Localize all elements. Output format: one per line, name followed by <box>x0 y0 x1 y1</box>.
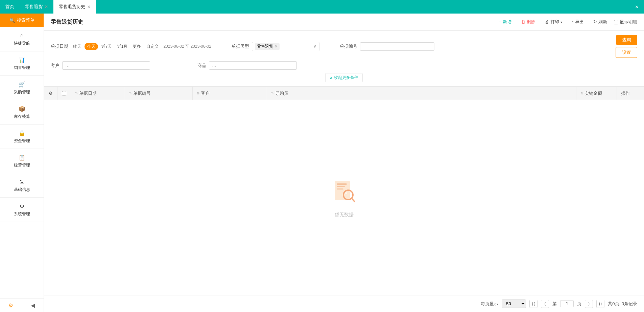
filter-goods: 商品 <box>197 61 297 70</box>
filter-collapse-row: ∧ 收起更多条件 <box>51 73 637 82</box>
page-first-btn[interactable]: ⟨⟨ <box>529 300 538 308</box>
th-date: ⇅ 单据日期 <box>71 87 125 100</box>
svg-rect-2 <box>337 186 345 187</box>
filter-row-2: 客户 商品 <box>51 61 637 70</box>
date-btn-today[interactable]: 今天 <box>85 43 98 50</box>
voucher-no-input[interactable] <box>360 42 434 51</box>
date-range-display: 2023-06-02 至 2023-06-02 <box>163 44 211 49</box>
sidebar-item-system[interactable]: ⚙ 系统管理 <box>0 198 44 222</box>
filter-area: 单据日期 昨天 今天 近7天 近1月 更多 自定义 2023-06-02 至 2… <box>44 31 644 87</box>
filter-actions: 查询 设置 <box>616 35 637 58</box>
sidebar-item-sales-mgmt[interactable]: 📊 销售管理 <box>0 51 44 76</box>
sidebar-item-operations[interactable]: 📋 经营管理 <box>0 149 44 173</box>
total-info: 共0页, 0条记录 <box>608 301 637 307</box>
voucher-type-tag: 零售退货 ✕ <box>255 43 280 50</box>
sort-guide-icon[interactable]: ⇅ <box>271 91 274 95</box>
gear-settings-icon[interactable]: ⚙ <box>49 91 53 96</box>
setting-btn[interactable]: 设置 <box>616 47 637 58</box>
filter-row-1: 单据日期 昨天 今天 近7天 近1月 更多 自定义 2023-06-02 至 2… <box>51 35 637 58</box>
sidebar-item-finance[interactable]: 🔒 资金管理 <box>0 125 44 149</box>
tab-home[interactable]: 首页 <box>0 0 20 14</box>
voucher-type-input[interactable]: 零售退货 ✕ ∨ <box>252 42 319 51</box>
goods-input[interactable] <box>209 61 297 70</box>
page-next-btn[interactable]: ⟩ <box>585 300 593 308</box>
date-btn-custom[interactable]: 自定义 <box>144 43 161 50</box>
sort-amount-icon[interactable]: ⇅ <box>580 91 583 95</box>
page-prev-btn[interactable]: ⟨ <box>541 300 549 308</box>
print-dropdown-icon: ▾ <box>560 20 562 24</box>
empty-illustration <box>329 177 359 208</box>
home-icon: ⌂ <box>18 32 26 39</box>
page-input[interactable] <box>560 300 574 307</box>
cart-icon: 🛒 <box>18 81 26 88</box>
page-header: 零售退货历史 + 新增 🗑 删除 🖨 打印 ▾ ↑ 导出 ↻ 刷新 <box>44 14 644 31</box>
delete-btn[interactable]: 🗑 删除 <box>518 18 538 26</box>
sidebar-item-inventory[interactable]: 📦 库存核算 <box>0 100 44 125</box>
export-btn[interactable]: ↑ 导出 <box>569 18 587 26</box>
empty-state: 暂无数据 <box>44 100 644 295</box>
pagination: 每页显示 50 10 20 100 ⟨⟨ ⟨ 第 页 ⟩ ⟩⟩ 共0页, 0条记… <box>44 295 644 312</box>
sidebar-item-quick-nav[interactable]: ⌂ 快捷导航 <box>0 27 44 51</box>
th-gear[interactable]: ⚙ <box>44 87 57 100</box>
select-all-checkbox[interactable] <box>62 91 66 95</box>
refresh-btn[interactable]: ↻ 刷新 <box>591 18 610 26</box>
sidebar-settings-btn[interactable]: ⚙ <box>0 298 22 312</box>
filter-voucher-date: 单据日期 昨天 今天 近7天 近1月 更多 自定义 2023-06-02 至 2… <box>51 43 211 50</box>
window-close-btn[interactable]: ✕ <box>635 4 644 9</box>
tab-retail-return-close[interactable]: ✕ <box>45 4 48 9</box>
svg-rect-1 <box>337 183 347 185</box>
table-area: ⚙ ⇅ 单据日期 ⇅ 单据编号 ⇅ 客户 ⇅ <box>44 87 644 312</box>
print-btn[interactable]: 🖨 打印 ▾ <box>542 18 565 26</box>
new-btn[interactable]: + 新增 <box>496 18 514 26</box>
page-last-btn[interactable]: ⟩⟩ <box>596 300 604 308</box>
show-detail-checkbox-label[interactable]: 显示明细 <box>614 19 637 25</box>
sidebar-search[interactable]: 🔍 搜索菜单 <box>0 14 44 27</box>
filter-voucher-no: 单据编号 <box>340 42 434 51</box>
th-voucher-no: ⇅ 单据编号 <box>125 87 193 100</box>
lock-icon: 🔒 <box>18 129 26 137</box>
th-check[interactable] <box>57 87 71 100</box>
date-btn-1month[interactable]: 近1月 <box>115 43 130 50</box>
page-label: 第 <box>552 301 557 307</box>
page-title: 零售退货历史 <box>51 19 83 26</box>
tab-retail-return-history-close[interactable]: ✕ <box>87 4 91 9</box>
filter-customer: 客户 <box>51 61 150 70</box>
main-layout: 🔍 搜索菜单 ⌂ 快捷导航 📊 销售管理 🛒 采购管理 📦 库存核算 🔒 资金管… <box>0 14 644 312</box>
th-amount: ⇅ 实销金额 <box>576 87 617 100</box>
page-unit: 页 <box>577 301 581 307</box>
sidebar-collapse-btn[interactable]: ◀ <box>22 298 44 312</box>
th-guide: ⇅ 导购员 <box>267 87 576 100</box>
sort-date-icon[interactable]: ⇅ <box>75 91 78 95</box>
date-btn-7days[interactable]: 近7天 <box>99 43 114 50</box>
date-filter-group: 昨天 今天 近7天 近1月 更多 自定义 2023-06-02 至 2023-0… <box>71 43 211 50</box>
sidebar: 🔍 搜索菜单 ⌂ 快捷导航 📊 销售管理 🛒 采购管理 📦 库存核算 🔒 资金管… <box>0 14 44 312</box>
folder-icon: 🗂 <box>18 178 26 185</box>
tab-retail-return[interactable]: 零售退货 ✕ <box>20 0 53 14</box>
voucher-type-dropdown-icon[interactable]: ∨ <box>313 44 316 49</box>
clipboard-icon: 📋 <box>18 154 26 161</box>
tab-retail-return-history[interactable]: 零售退货历史 ✕ <box>53 0 96 14</box>
sidebar-item-basic-info[interactable]: 🗂 基础信息 <box>0 173 44 198</box>
svg-rect-3 <box>337 188 343 190</box>
query-btn[interactable]: 查询 <box>616 35 637 45</box>
sidebar-item-purchase-mgmt[interactable]: 🛒 采购管理 <box>0 76 44 100</box>
th-op: 操作 <box>617 87 644 100</box>
date-btn-yesterday[interactable]: 昨天 <box>71 43 83 50</box>
sidebar-bottom: ⚙ ◀ <box>0 298 44 312</box>
empty-text: 暂无数据 <box>335 212 354 218</box>
voucher-type-tag-close[interactable]: ✕ <box>275 44 278 49</box>
gear-icon: ⚙ <box>18 202 26 210</box>
per-page-select[interactable]: 50 10 20 100 <box>502 299 526 308</box>
box-icon: 📦 <box>18 105 26 112</box>
table-header: ⚙ ⇅ 单据日期 ⇅ 单据编号 ⇅ 客户 ⇅ <box>44 87 644 100</box>
svg-point-6 <box>345 192 347 194</box>
show-detail-checkbox[interactable] <box>614 20 618 24</box>
customer-input[interactable] <box>62 61 150 70</box>
top-bar: 首页 零售退货 ✕ 零售退货历史 ✕ ✕ <box>0 0 644 14</box>
collapse-btn[interactable]: ∧ 收起更多条件 <box>325 73 363 82</box>
search-icon: 🔍 <box>9 18 15 23</box>
filter-voucher-type: 单据类型 零售退货 ✕ ∨ <box>232 42 319 51</box>
sort-voucher-icon[interactable]: ⇅ <box>129 91 132 95</box>
sort-customer-icon[interactable]: ⇅ <box>197 91 199 95</box>
date-btn-more[interactable]: 更多 <box>131 43 143 50</box>
